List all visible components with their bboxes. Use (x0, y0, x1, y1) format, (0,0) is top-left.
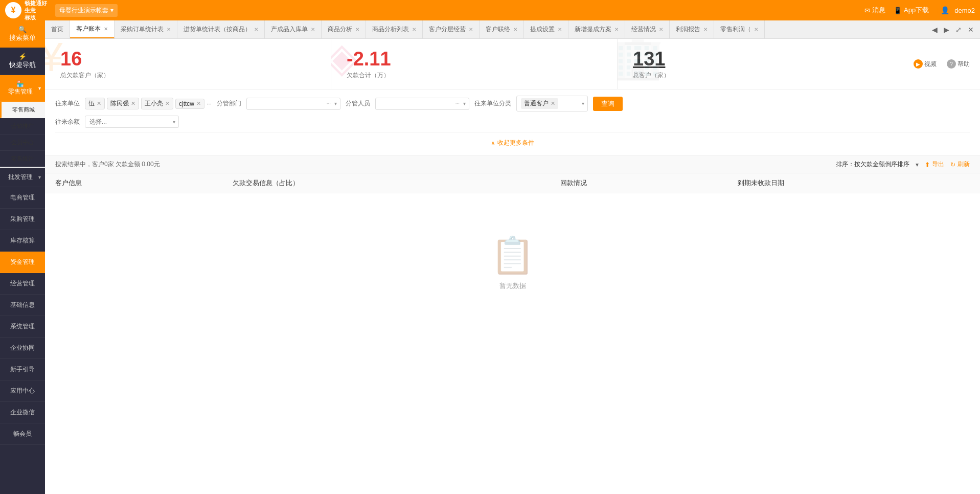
tab-customer-ledger[interactable]: 客户账本 ✕ (70, 20, 115, 38)
tab-close-all-btn[interactable]: ✕ (966, 25, 976, 35)
filter-more-btn[interactable]: ··· (207, 100, 212, 107)
tab-biz-situation-label: 经营情况 (631, 25, 656, 34)
filter-tag-chen-close[interactable]: ✕ (131, 100, 135, 107)
sidebar-item-ecommerce[interactable]: 电商管理 (0, 187, 45, 209)
collapse-btn[interactable]: ∧ 收起更多条件 (491, 137, 534, 149)
sidebar-item-inventory[interactable]: 库存核算 (0, 230, 45, 252)
logo-icon: ¥ (5, 2, 21, 18)
tab-product-in-label: 产成品入库单 (271, 25, 308, 34)
dept-select-wrap[interactable]: ▾ ··· (246, 98, 340, 110)
system-label: 系统管理 (10, 322, 35, 331)
tab-retail-profit-close[interactable]: ✕ (754, 27, 758, 32)
sidebar-item-system[interactable]: 系统管理 (0, 316, 45, 338)
sidebar-nav[interactable]: ⚡ 快捷导航 (0, 48, 45, 75)
tab-prev-btn[interactable]: ◀ (930, 25, 940, 35)
tab-goods-analysis-close[interactable]: ✕ (355, 27, 359, 32)
balance-input[interactable] (85, 116, 178, 127)
sidebar-item-enterprise[interactable]: 企业协同 (0, 338, 45, 359)
unit-type-tag-putong: 普通客户 ✕ (521, 98, 558, 109)
sidebar-nav-label: 快捷导航 (0, 60, 45, 70)
capital-label: 资金管理 (10, 258, 35, 266)
sidebar-item-wechat[interactable]: 企业微信 (0, 402, 45, 423)
filter-tag-cjttcw: cjttcw ✕ (175, 99, 204, 109)
nav-icon: ⚡ (0, 53, 45, 60)
tab-goods-analysis-list-label: 商品分析列表 (372, 25, 409, 34)
person-filter-label: 分管人员 (346, 99, 370, 108)
tab-commission-setting[interactable]: 提成设置 ✕ (524, 20, 568, 38)
balance-select-wrap[interactable]: ▾ (85, 116, 179, 128)
vip-label: 畅会员 (13, 430, 32, 438)
tab-retail-profit[interactable]: 零售利润（ ✕ (714, 20, 765, 38)
tab-new-commission-label: 新增提成方案 (575, 25, 611, 34)
user-avatar[interactable]: 👤 demo2 (937, 3, 975, 18)
tab-home[interactable]: 首页 (45, 20, 70, 38)
sidebar-item-appcenter[interactable]: 应用中心 (0, 380, 45, 402)
sidebar-item-wholesale[interactable]: 批发管理 ▾ (0, 168, 45, 187)
unit-type-select-wrap[interactable]: 普通客户 ✕ ▾ (516, 96, 588, 111)
filter-tag-wang-close[interactable]: ✕ (165, 100, 170, 107)
sidebar-item-retail-stat[interactable]: 零售统计 (0, 151, 45, 168)
tab-goods-analysis-list-close[interactable]: ✕ (412, 27, 416, 32)
filter-tag-wu-close[interactable]: ✕ (97, 100, 101, 107)
tab-commission-setting-close[interactable]: ✕ (558, 27, 562, 32)
tab-purchase-order-close[interactable]: ✕ (167, 27, 171, 32)
empty-text: 暂无数据 (499, 281, 526, 290)
person-select-wrap[interactable]: ▾ ··· (375, 98, 469, 110)
sidebar-item-purchase[interactable]: 采购管理 (0, 209, 45, 230)
tab-purchase-order[interactable]: 采购订单统计表 ✕ (115, 20, 177, 38)
app-download-btn[interactable]: 📱 App下载 (894, 6, 929, 15)
stat-deco-coin: ¥ (45, 39, 63, 81)
refresh-btn[interactable]: ↻ 刷新 (950, 160, 970, 169)
tab-goods-stats-close[interactable]: ✕ (254, 27, 258, 32)
help-action-btn[interactable]: ? 帮助 (947, 59, 970, 69)
person-input[interactable] (376, 98, 469, 109)
tab-next-btn[interactable]: ▶ (942, 25, 951, 35)
sidebar-item-member[interactable]: 会员中心 (0, 134, 45, 151)
sidebar-item-retail-sub1[interactable]: 零售商城 (0, 102, 45, 118)
tab-customer-contact-close[interactable]: ✕ (513, 27, 517, 32)
tab-goods-analysis-list[interactable]: 商品分析列表 ✕ (366, 20, 423, 38)
sidebar-item-retail[interactable]: 🏪 零售管理 ▾ (0, 75, 45, 102)
logo: ¥ 畅捷通好生意 标版 (5, 0, 50, 21)
filter-tag-cjttcw-close[interactable]: ✕ (196, 100, 201, 107)
search-btn[interactable]: 查询 (593, 97, 623, 111)
tab-customer-ledger-label: 客户账本 (76, 25, 101, 33)
sidebar-item-marketing[interactable]: 营销推广 (0, 118, 45, 134)
tab-profit-report-close[interactable]: ✕ (703, 27, 708, 32)
tab-goods-stats[interactable]: 进货单统计表（按商品） ✕ (177, 20, 265, 38)
video-action-btn[interactable]: ▶ 视频 (914, 59, 937, 69)
results-bar: 搜索结果中，客户0家 欠款金额 0.00元 排序：按欠款金额倒序排序 ▾ ⬆ 导… (45, 156, 980, 173)
appcenter-label: 应用中心 (10, 387, 35, 395)
tab-profit-report[interactable]: 利润报告 ✕ (670, 20, 714, 38)
export-btn[interactable]: ⬆ 导出 (925, 160, 944, 169)
tab-customer-ledger-close[interactable]: ✕ (104, 26, 108, 32)
sidebar-search[interactable]: 🔍 搜索菜单 (0, 20, 45, 48)
tab-customer-layer-close[interactable]: ✕ (469, 27, 473, 32)
col-debt-info: 欠款交易信息（占比） (222, 173, 550, 193)
sidebar-item-vip[interactable]: 畅会员 (0, 423, 45, 445)
sidebar-item-basics[interactable]: 基础信息 (0, 295, 45, 316)
tab-new-commission-close[interactable]: ✕ (614, 27, 619, 32)
tab-biz-situation[interactable]: 经营情况 ✕ (625, 20, 670, 38)
filter-tag-wang: 王小亮 ✕ (141, 98, 173, 109)
sidebar-item-capital[interactable]: 资金管理 (0, 252, 45, 273)
tab-product-in-close[interactable]: ✕ (311, 27, 315, 32)
tab-customer-layer[interactable]: 客户分层经营 ✕ (423, 20, 480, 38)
unit-type-tag-close[interactable]: ✕ (551, 100, 555, 107)
tab-goods-analysis[interactable]: 商品分析 ✕ (322, 20, 366, 38)
dropdown-arrow-icon: ▾ (110, 7, 113, 14)
dept-filter-label: 分管部门 (217, 99, 241, 108)
tab-expand-btn[interactable]: ⤢ (953, 25, 964, 35)
account-dropdown[interactable]: 母婴行业演示帐套 ▾ (55, 4, 118, 17)
tab-biz-situation-close[interactable]: ✕ (659, 27, 663, 32)
message-btn[interactable]: ✉ 消息 (864, 6, 885, 15)
empty-icon: 📋 (490, 234, 535, 276)
tab-new-commission[interactable]: 新增提成方案 ✕ (568, 20, 625, 38)
dept-input[interactable] (247, 98, 340, 109)
operations-label: 经营管理 (10, 279, 35, 288)
sidebar-item-operations[interactable]: 经营管理 (0, 273, 45, 295)
tab-product-in[interactable]: 产成品入库单 ✕ (265, 20, 322, 38)
tab-customer-contact[interactable]: 客户联络 ✕ (480, 20, 524, 38)
sidebar-item-newguide[interactable]: 新手引导 (0, 359, 45, 380)
export-label: 导出 (932, 160, 944, 169)
